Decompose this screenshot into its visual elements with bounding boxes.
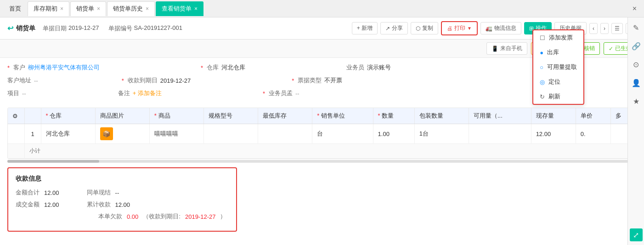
note-label: 备注 [118, 89, 130, 97]
tab-view-sales[interactable]: 查看销货单 × [156, 1, 203, 16]
list-view-button[interactable]: ☰ [611, 23, 623, 34]
address-value: -- [34, 77, 38, 84]
new-button[interactable]: + 新增 [352, 22, 378, 34]
cell-stock: 12.00 [531, 124, 576, 144]
same-order-value: -- [115, 189, 119, 196]
print-label: 打印 [454, 24, 465, 32]
cell-quantity: 1.00 [373, 124, 414, 144]
print-button[interactable]: 🖨 打印 ▼ [442, 23, 476, 34]
right-sidebar: ✎ 🔗 ⊙ 👤 ★ ⤢ [627, 17, 644, 245]
col-available: 可用量（... [469, 108, 531, 124]
cell-warehouse: 河北仓库 [41, 124, 95, 144]
sidebar-expand-icon[interactable]: ⤢ [630, 228, 643, 241]
required-mark: * [7, 64, 10, 71]
tab-close-icon[interactable]: × [194, 6, 198, 12]
tab-label: 销货单历史 [113, 5, 143, 13]
required-mark: * [201, 64, 203, 71]
locate-item[interactable]: ◎ 定位 [533, 74, 583, 89]
customer-label: 客户 [13, 63, 25, 72]
cell-unit: 台 [312, 124, 373, 144]
required-mark: * [292, 77, 294, 84]
table-scrollbar[interactable] [7, 160, 637, 163]
doc-no-group: 单据编号 SA-20191227-001 [108, 24, 183, 33]
add-invoice-item[interactable]: ☐ 添加发票 [533, 30, 583, 45]
window-close-button[interactable]: × [629, 5, 640, 13]
sidebar-user-icon[interactable]: 👤 [630, 76, 643, 89]
share-icon: ↗ [385, 25, 390, 32]
cell-available [469, 124, 531, 144]
payment-row-3: 本单欠款 0.00 （收款到期日: 2019-12-27 ） [16, 212, 229, 221]
doc-date-value: 2019-12-27 [68, 24, 99, 33]
col-gear[interactable]: ⚙ [8, 108, 24, 124]
available-qty-icon: ○ [540, 64, 543, 71]
ship-out-item[interactable]: ● 出库 [533, 45, 583, 60]
customer-field: * 客户 柳州粤港平安气体有限公司 [7, 63, 100, 72]
owed-value: 0.00 [127, 213, 138, 220]
locate-label: 定位 [548, 78, 560, 86]
owed-label: 本单欠款 [98, 212, 122, 221]
new-label: + 新增 [357, 24, 373, 32]
trade-amount-label: 成交金额 [16, 200, 40, 209]
tab-close-icon[interactable]: × [146, 6, 149, 12]
phone-icon: 📱 [491, 46, 498, 52]
payment-row-2: 成交金额 12.00 累计收款 12.00 [16, 200, 229, 209]
doc-title-text: 销货单 [16, 24, 35, 33]
sidebar-star-icon[interactable]: ★ [630, 95, 643, 108]
product-image: 📦 [100, 127, 113, 140]
subtotal-gear [8, 144, 24, 159]
ship-out-icon: ● [540, 49, 543, 56]
ticket-type-field: * 票据类型 不开票 [292, 76, 342, 85]
salesperson2-value: -- [295, 90, 299, 97]
add-note-button[interactable]: + 添加备注 [133, 89, 162, 97]
customer-value[interactable]: 柳州粤港平安气体有限公司 [28, 63, 100, 72]
tab-sales-history[interactable]: 销货单历史 × [107, 1, 155, 16]
ship-out-label: 出库 [547, 48, 559, 57]
cell-spec [204, 124, 258, 144]
tab-close-icon[interactable]: × [97, 6, 100, 12]
cell-unit-price: 0. [576, 124, 610, 144]
copy-button[interactable]: ⬡ 复制 [411, 22, 438, 34]
refresh-label: 刷新 [548, 92, 560, 101]
address-label: 客户地址 [7, 76, 31, 85]
tab-sales-order[interactable]: 销货单 × [70, 1, 106, 16]
logistics-icon: 🚛 [486, 25, 492, 32]
owed-item: 本单欠款 0.00 （收款到期日: 2019-12-27 ） [98, 212, 226, 221]
refresh-item[interactable]: ↻ 刷新 [533, 89, 583, 104]
tab-label: 库存期初 [34, 5, 57, 13]
logistics-button[interactable]: 🚛 物流信息 [480, 22, 521, 34]
sidebar-edit-icon[interactable]: ✎ [630, 21, 643, 34]
trade-amount-value: 12.00 [44, 201, 59, 208]
scrollbar-thumb[interactable] [7, 160, 99, 163]
doc-meta: 单据日期 2019-12-27 单据编号 SA-20191227-001 [43, 24, 182, 33]
tab-close-icon[interactable]: × [60, 6, 63, 12]
subtotal-label: 小计 [24, 144, 636, 159]
col-num [24, 108, 41, 124]
address-field: 客户地址 -- [7, 76, 38, 85]
available-qty-item[interactable]: ○ 可用量提取 [533, 60, 583, 74]
share-button[interactable]: ↗ 分享 [380, 22, 408, 34]
project-field: 项目 -- [7, 89, 26, 97]
add-invoice-label: 添加发票 [549, 34, 573, 42]
ticket-type-label: 票据类型 [298, 76, 322, 85]
sidebar-link-icon[interactable]: 🔗 [630, 40, 643, 52]
add-note-label: 添加备注 [138, 90, 162, 97]
prev-button[interactable]: ‹ [589, 23, 598, 34]
from-phone-button[interactable]: 📱 来自手机 [486, 42, 527, 55]
operation-dropdown-wrapper: ☐ 添加发票 ● 出库 ○ 可用量提取 ◎ 定位 ↻ 刷新 [532, 29, 584, 105]
table-header-row: ⚙ * 仓库 商品图片 * 商品 规格型号 最低库存 * 销售单位 * 数量 包… [8, 108, 636, 124]
operation-dropdown: ☐ 添加发票 ● 出库 ○ 可用量提取 ◎ 定位 ↻ 刷新 [532, 29, 584, 105]
sidebar-history-icon[interactable]: ⊙ [630, 58, 643, 71]
ticket-type-value: 不开票 [324, 76, 342, 85]
next-button[interactable]: › [600, 23, 609, 34]
tab-label: 销货单 [76, 5, 94, 13]
home-tab-label: 首页 [9, 5, 21, 12]
tab-home[interactable]: 首页 [4, 2, 27, 16]
due-date-value: 2019-12-27 [160, 77, 191, 84]
col-product-img: 商品图片 [95, 108, 149, 124]
owed-note: （收款到期日: [143, 212, 181, 221]
tab-inventory-init[interactable]: 库存期初 × [28, 1, 69, 16]
copy-icon: ⬡ [416, 25, 420, 32]
col-stock: 现存量 [531, 108, 576, 124]
col-min-stock: 最低库存 [258, 108, 312, 124]
payment-info-box: 收款信息 金额合计 12.00 同单现结 -- 成交金额 12.00 累计收款 … [7, 167, 237, 232]
